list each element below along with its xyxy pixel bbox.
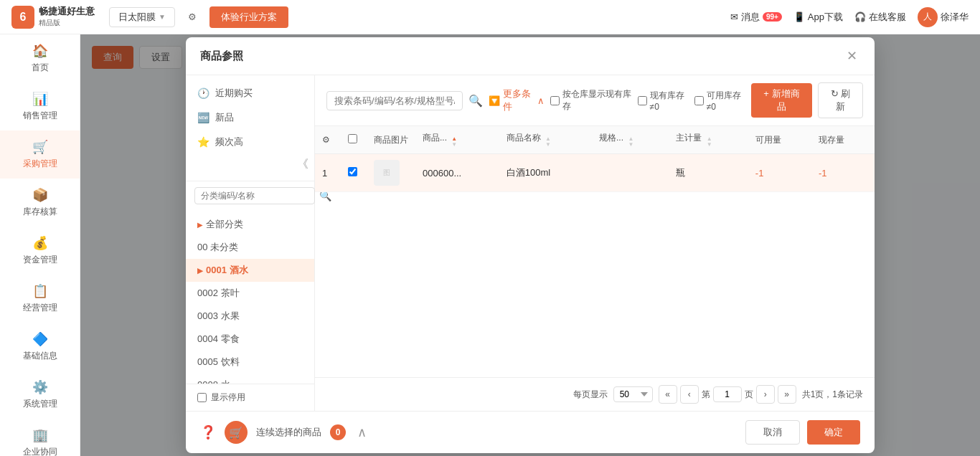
messages-button[interactable]: ✉ 消息 99+ (730, 11, 782, 24)
th-checkbox (341, 126, 367, 154)
category-all[interactable]: ▶ 全部分类 (186, 213, 314, 236)
star-icon: ⭐ (197, 136, 209, 148)
th-code[interactable]: 商品... ▲▼ (415, 126, 499, 154)
sidebar-item-basic[interactable]: 🔷 基础信息 (0, 323, 80, 371)
product-search-input[interactable] (326, 91, 463, 110)
category-0008[interactable]: 0008 水 (186, 374, 314, 384)
spec-sort-icon: ▲▼ (628, 136, 633, 148)
show-disabled-checkbox[interactable] (197, 393, 207, 402)
code-sort-icon: ▲▼ (451, 136, 457, 148)
first-page-button[interactable]: « (659, 385, 677, 404)
product-table-container: ⚙ 商品图片 (315, 126, 875, 377)
enterprise-icon: 🏢 (32, 427, 48, 443)
user-profile[interactable]: 人 徐泽华 (918, 7, 969, 27)
usable-nonzero-checkbox-label[interactable]: 可用库存≠0 (694, 90, 745, 112)
support-button[interactable]: 🎧 在线客服 (854, 11, 906, 24)
per-page-select[interactable]: 20 50 100 (613, 386, 653, 402)
product-search-icon[interactable]: 🔍 (468, 94, 483, 108)
sidebar-item-enterprise[interactable]: 🏢 企业协同 (0, 419, 80, 456)
store-selector[interactable]: 日太阳膜 ▼ (109, 7, 175, 27)
category-0001[interactable]: ▶ 0001 酒水 (186, 259, 314, 282)
user-avatar: 人 (918, 7, 938, 27)
cancel-button[interactable]: 取消 (745, 420, 800, 445)
last-page-button[interactable]: » (778, 385, 796, 404)
prev-page-button[interactable]: ‹ (680, 385, 699, 404)
modal-body: 🕐 近期购买 🆕 新品 ⭐ 频次高 《 (186, 75, 875, 411)
add-product-button[interactable]: + 新增商品 (751, 83, 812, 118)
category-0001-expand-icon: ▶ (197, 267, 203, 275)
sidebar-item-home[interactable]: 🏠 首页 (0, 34, 80, 82)
sidebar-label-finance: 资金管理 (23, 254, 57, 266)
refresh-button[interactable]: ↻ 刷新 (818, 82, 863, 118)
warehouse-checkbox-label[interactable]: 按仓库显示现有库存 (550, 88, 632, 113)
category-0002[interactable]: 0002 茶叶 (186, 282, 314, 305)
cart-button[interactable]: 🛒 (225, 421, 248, 444)
category-00[interactable]: 00 未分类 (186, 236, 314, 259)
sidebar-label-inventory: 库存核算 (23, 206, 57, 218)
row-name: 白酒100ml (499, 154, 592, 192)
more-filter-button[interactable]: 🔽 更多条件 ∧ (489, 87, 545, 113)
th-name[interactable]: 商品名称 ▲▼ (499, 126, 592, 154)
total-info: 共1页，1条记录 (802, 389, 863, 401)
nav-recent[interactable]: 🕐 近期购买 (186, 81, 314, 105)
exp-button[interactable]: 体验行业方案 (209, 6, 288, 28)
sidebar-item-system[interactable]: ⚙️ 系统管理 (0, 371, 80, 419)
sidebar-label-home: 首页 (32, 62, 49, 74)
sidebar-label-system: 系统管理 (23, 398, 57, 410)
modal-close-button[interactable]: ✕ (843, 47, 860, 65)
th-stock: 现存量 (811, 126, 875, 154)
usable-nonzero-checkbox[interactable] (694, 96, 704, 105)
category-0005[interactable]: 0005 饮料 (186, 351, 314, 374)
nav-new[interactable]: 🆕 新品 (186, 105, 314, 130)
column-settings-icon[interactable]: ⚙ (322, 135, 330, 145)
page-input[interactable] (713, 386, 742, 402)
store-name: 日太阳膜 (118, 11, 156, 24)
select-all-checkbox[interactable] (348, 134, 357, 143)
row-code: 000600... (415, 154, 499, 192)
unit-sort-icon: ▲▼ (707, 136, 712, 148)
sidebar-item-inventory[interactable]: 📦 库存核算 (0, 179, 80, 227)
basic-icon: 🔷 (32, 331, 48, 347)
sidebar-label-enterprise: 企业协同 (23, 446, 57, 456)
logo: 6 畅捷通好生意 精品版 (11, 6, 98, 29)
next-page-button[interactable]: › (756, 385, 775, 404)
category-search-input[interactable] (194, 187, 315, 204)
warehouse-checkbox[interactable] (550, 96, 560, 105)
cart-icon: 🛒 (229, 426, 243, 440)
th-spec[interactable]: 规格... ▲▼ (592, 126, 669, 154)
collapse-panel-button[interactable]: 《 (186, 154, 314, 175)
app-download-button[interactable]: 📱 App下载 (793, 11, 843, 24)
sidebar-item-finance[interactable]: 💰 资金管理 (0, 227, 80, 275)
sidebar-label-sales: 销售管理 (23, 110, 57, 122)
settings-icon[interactable]: ⚙ (181, 6, 204, 29)
collapse-selected-icon[interactable]: ∧ (357, 424, 367, 440)
row-available: -1 (748, 154, 811, 192)
left-panel: 🕐 近期购买 🆕 新品 ⭐ 频次高 《 (186, 75, 315, 411)
show-disabled-label[interactable]: 显示停用 (211, 391, 245, 404)
sidebar: 🏠 首页 📊 销售管理 🛒 采购管理 📦 库存核算 💰 资金管理 📋 经营管理 … (0, 34, 80, 456)
th-name-label: 商品名称 (507, 133, 541, 143)
nav-frequent[interactable]: ⭐ 频次高 (186, 130, 314, 154)
row-spec (592, 154, 669, 192)
th-settings[interactable]: ⚙ (315, 126, 341, 154)
category-0005-label: 0005 饮料 (197, 356, 240, 369)
sidebar-item-purchase[interactable]: 🛒 采购管理 (0, 130, 80, 179)
new-icon: 🆕 (197, 112, 209, 123)
row-checkbox[interactable] (348, 167, 357, 176)
row-img-cell: 图 (367, 154, 415, 192)
available-nonzero-checkbox-label[interactable]: 现有库存≠0 (638, 90, 689, 112)
selected-label: 连续选择的商品 (256, 426, 321, 439)
sidebar-item-ops[interactable]: 📋 经营管理 (0, 275, 80, 323)
available-nonzero-checkbox[interactable] (638, 96, 647, 105)
row-checkbox-cell[interactable] (341, 154, 367, 192)
ops-icon: 📋 (32, 283, 48, 299)
table-row[interactable]: 1 图 (315, 154, 875, 192)
th-unit[interactable]: 主计量 ▲▼ (669, 126, 748, 154)
category-0003[interactable]: 0003 水果 (186, 305, 314, 328)
category-0004[interactable]: 0004 零食 (186, 328, 314, 351)
filter-icon: 🔽 (489, 95, 500, 106)
confirm-button[interactable]: 确定 (807, 420, 860, 445)
pagination-bar: 每页显示 20 50 100 « ‹ 第 页 (315, 377, 875, 411)
help-icon[interactable]: ❓ (200, 424, 216, 440)
sidebar-item-sales[interactable]: 📊 销售管理 (0, 82, 80, 130)
